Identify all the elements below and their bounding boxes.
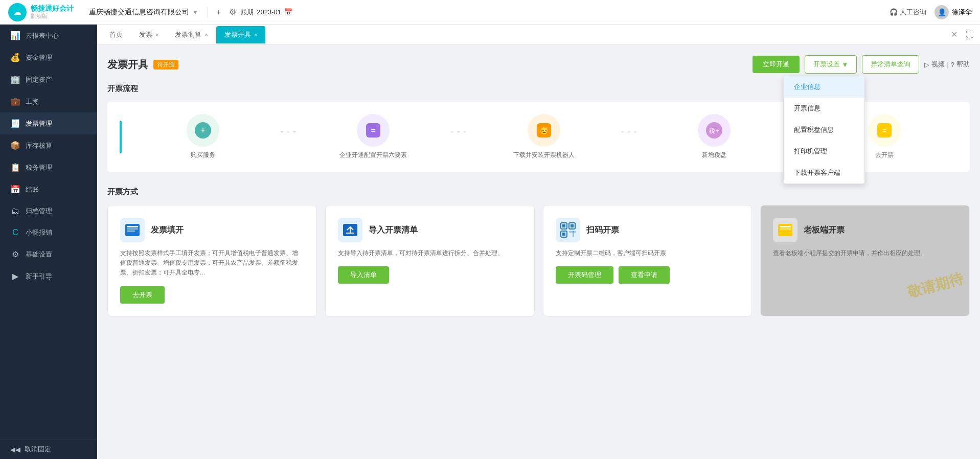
process-step-config: = 企业开通配置开票六要素 (300, 114, 446, 159)
tab-home-label: 首页 (109, 30, 123, 39)
sidebar-item-cloud-report[interactable]: 📊 云报表中心 (0, 25, 97, 47)
tab-home[interactable]: 首页 (101, 26, 131, 43)
collapse-icon: ◀◀ (10, 446, 20, 453)
sidebar-item-salary[interactable]: 💼 工资 (0, 90, 97, 112)
process-step-download: 😊 下载并安装开票机器人 (470, 114, 617, 159)
settings-icon[interactable]: ⚙ (225, 5, 240, 19)
methods-section: 开票方式 发票填开 支持按照发票样式手工填开发票；可开具增值税电子普通发票、增值… (107, 187, 970, 316)
process-label-go-invoice: 去开票 (875, 151, 894, 159)
sidebar-item-fund[interactable]: 💰 资金管理 (0, 47, 97, 68)
method-card-boss: 老板端开票 查看老板端小程序提交的开票申请，并作出相应的处理。 敬请期待 (760, 205, 970, 316)
process-label-download: 下载并安装开票机器人 (513, 151, 575, 159)
sidebar-item-report[interactable]: C 小畅报销 (0, 222, 97, 243)
sidebar-item-inventory[interactable]: 📦 库存核算 (0, 134, 97, 156)
sidebar-item-invoice[interactable]: 🧾 发票管理 (0, 112, 97, 134)
svg-rect-20 (562, 224, 565, 227)
close-window-button[interactable]: ✕ (949, 28, 960, 41)
content-area: 首页 发票 × 发票测算 × 发票开具 × ✕ ⛶ (97, 25, 980, 459)
process-label-config: 企业开通配置开票六要素 (339, 151, 407, 159)
video-label: 视频 (931, 60, 945, 69)
activate-button[interactable]: 立即开通 (753, 56, 800, 73)
tab-invoice-open[interactable]: 发票开具 × (216, 26, 265, 43)
scan-qrcode-button[interactable]: 开票码管理 (556, 266, 613, 284)
company-selector[interactable]: 重庆畅捷交通信息咨询有限公司 ▼ (84, 6, 203, 19)
tab-invoice-open-close[interactable]: × (254, 32, 257, 38)
import-button[interactable]: 导入清单 (338, 266, 389, 284)
svg-rect-13 (127, 231, 135, 232)
add-company-button[interactable]: + (212, 6, 225, 19)
svg-rect-24 (573, 231, 574, 237)
invoice-icon: 🧾 (10, 119, 20, 128)
help-icon[interactable]: ? (951, 61, 954, 68)
fund-icon: 💰 (10, 53, 20, 62)
main-area: 📊 云报表中心 💰 资金管理 🏢 固定资产 💼 工资 🧾 发票管理 📦 (0, 25, 980, 459)
help-label: 帮助 (956, 60, 970, 69)
tab-invoice-test[interactable]: 发票测算 × (167, 26, 216, 43)
boss-desc: 查看老板端小程序提交的开票申请，并作出相应的处理。 (773, 248, 957, 258)
settings-sidebar-icon: ⚙ (10, 249, 20, 259)
svg-text:+: + (200, 125, 206, 135)
sidebar-item-settings[interactable]: ⚙ 基础设置 (0, 243, 97, 265)
process-arrow-1: - - - (280, 126, 296, 148)
app-container: ☁ 畅捷通好会计 旗舰版 重庆畅捷交通信息咨询有限公司 ▼ + ⚙ 账期 202… (0, 0, 980, 459)
sidebar-label-settings: 基础设置 (26, 250, 52, 259)
sidebar-item-archive[interactable]: 🗂 归档管理 (0, 200, 97, 222)
settle-icon: 📅 (10, 185, 20, 194)
service-button[interactable]: 🎧 人工咨询 (890, 8, 926, 17)
dropdown-item-download-client[interactable]: 下载开票客户端 (784, 162, 864, 183)
tab-window-controls: ✕ ⛶ (949, 28, 976, 41)
scan-desc: 支持定制开票二维码，客户端可扫码开票 (556, 248, 740, 258)
svg-text:😊: 😊 (539, 127, 549, 135)
tab-invoice[interactable]: 发票 × (131, 26, 167, 43)
svg-rect-25 (778, 224, 792, 236)
dropdown-item-printer[interactable]: 打印机管理 (784, 141, 864, 162)
user-area[interactable]: 👤 徐泽华 (935, 5, 972, 19)
scan-icon (556, 218, 580, 242)
process-icon-go-invoice: = (868, 114, 901, 147)
import-desc: 支持导入待开票清单，可对待开票清单进行拆分、合并处理。 (338, 248, 522, 258)
calendar-icon[interactable]: 📅 (284, 8, 292, 16)
process-arrow-2: - - - (450, 126, 466, 148)
tab-invoice-close[interactable]: × (155, 32, 158, 38)
tab-invoice-test-close[interactable]: × (204, 32, 208, 38)
page-header: 发票开具 待开通 立即开通 开票设置 ▼ 异常清单查询 ▷ 视频 (107, 55, 970, 74)
top-right-area: 🎧 人工咨询 👤 徐泽华 (890, 5, 972, 19)
method-card-import: 导入开票清单 支持导入待开票清单，可对待开票清单进行拆分、合并处理。 导入清单 (325, 205, 535, 316)
import-header: 导入开票清单 (338, 218, 522, 242)
logo-area: ☁ 畅捷通好会计 旗舰版 (8, 3, 74, 21)
svg-rect-27 (780, 228, 791, 230)
sidebar-item-guide[interactable]: ▶ 新手引导 (0, 265, 97, 287)
logo-icon: ☁ (8, 3, 27, 21)
boss-header: 老板端开票 (773, 218, 957, 242)
settings-dropdown-button[interactable]: 开票设置 ▼ (805, 55, 857, 74)
play-icon[interactable]: ▷ (924, 61, 929, 68)
dropdown-item-invoice-info[interactable]: 开票信息 (784, 98, 864, 119)
sidebar-label-guide: 新手引导 (26, 272, 52, 281)
sidebar-bottom: ◀◀ 取消固定 (0, 439, 97, 459)
scan-view-button[interactable]: 查看申请 (619, 266, 670, 284)
inventory-icon: 📦 (10, 141, 20, 150)
headset-icon: 🎧 (890, 8, 898, 16)
process-step-buy: + 购买服务 (130, 114, 276, 159)
topbar-divider (208, 7, 208, 17)
sidebar-item-settle[interactable]: 📅 结账 (0, 178, 97, 200)
dropdown-item-tax-config[interactable]: 配置税盘信息 (784, 119, 864, 141)
sidebar-item-fixed-assets[interactable]: 🏢 固定资产 (0, 68, 97, 90)
dropdown-item-company-info[interactable]: 企业信息 (784, 76, 864, 98)
fill-invoice-button[interactable]: 去开票 (120, 286, 165, 304)
sidebar-item-tax[interactable]: 📋 税务管理 (0, 156, 97, 178)
sidebar-label-report: 小畅报销 (26, 228, 52, 237)
abnormal-list-button[interactable]: 异常清单查询 (862, 55, 919, 74)
sidebar-collapse-button[interactable]: ◀◀ 取消固定 (0, 440, 97, 459)
sidebar-label-salary: 工资 (26, 97, 39, 106)
sidebar-label-tax: 税务管理 (26, 163, 52, 172)
process-step-tax: 税+ 新增税盘 (641, 114, 787, 159)
sidebar-label-fund: 资金管理 (26, 53, 52, 62)
help-area: ▷ 视频 | ? 帮助 (924, 60, 970, 69)
period-label: 账期 (240, 8, 254, 17)
process-label-tax: 新增税盘 (702, 151, 726, 159)
maximize-window-button[interactable]: ⛶ (964, 28, 976, 41)
scan-title: 扫码开票 (586, 225, 619, 236)
header-actions: 立即开通 开票设置 ▼ 异常清单查询 ▷ 视频 | ? 帮助 (753, 55, 970, 74)
process-icon-config: = (357, 114, 390, 147)
